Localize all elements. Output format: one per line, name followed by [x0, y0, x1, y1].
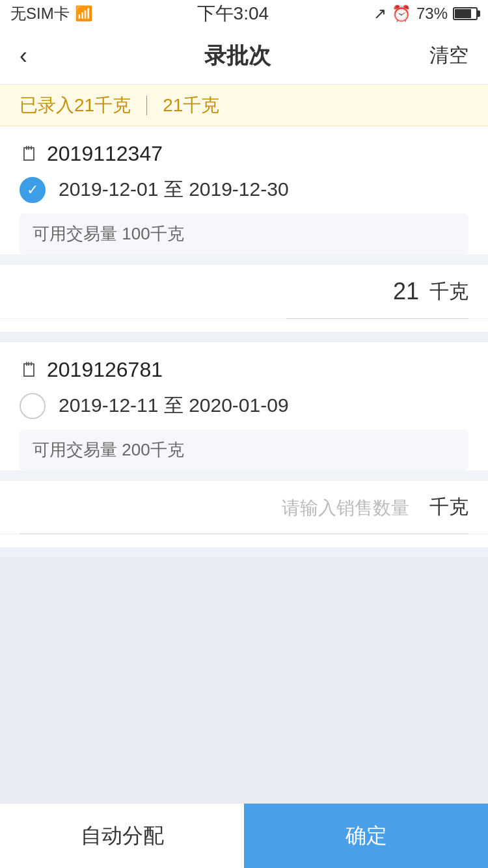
batch2-input-unit: 千克 [429, 494, 468, 521]
batch1-header: 🗒 2019112347 [20, 142, 468, 166]
batch1-quantity-value: 21 [393, 278, 419, 305]
batch1-quantity-unit: 千克 [429, 278, 468, 305]
batch2-row: 2019-12-11 至 2020-01-09 [20, 392, 468, 419]
batch2-input-row: 千克 [0, 481, 488, 534]
info-value: 21千克 [163, 93, 219, 118]
batch2-header: 🗒 2019126781 [20, 358, 468, 382]
batch1-spacer [0, 319, 488, 332]
batch-item-1: 🗒 2019112347 ✓ 2019-12-01 至 2019-12-30 可… [0, 126, 488, 254]
batch1-quantity-row: 21 千克 [0, 265, 488, 318]
batch2-avail-value: 200千克 [122, 440, 183, 459]
auto-assign-button[interactable]: 自动分配 [0, 804, 244, 868]
batch2-avail: 可用交易量 200千克 [20, 429, 468, 470]
batch1-date: 2019-12-01 至 2019-12-30 [59, 176, 289, 203]
status-left: 无SIM卡 📶 [10, 3, 92, 24]
status-right: ↗ ⏰ 73% [373, 5, 478, 23]
batch2-icon: 🗒 [20, 359, 39, 381]
section-gap-2 [0, 547, 488, 558]
clear-button[interactable]: 清空 [416, 42, 468, 69]
status-bar: 无SIM卡 📶 下午3:04 ↗ ⏰ 73% [0, 0, 488, 27]
info-banner: 已录入21千克 21千克 [0, 85, 488, 126]
batch1-icon: 🗒 [20, 143, 39, 165]
batch-item-2: 🗒 2019126781 2019-12-11 至 2020-01-09 可用交… [0, 342, 488, 470]
carrier-text: 无SIM卡 [10, 3, 70, 24]
empty-area [0, 558, 488, 837]
location-icon: ↗ [373, 5, 386, 23]
battery-percent: 73% [416, 5, 448, 23]
alarm-icon: ⏰ [392, 5, 411, 23]
checkmark-icon: ✓ [27, 182, 38, 198]
page-title: 录批次 [59, 41, 416, 71]
batch1-avail-label: 可用交易量 [33, 224, 117, 243]
batch1-row: ✓ 2019-12-01 至 2019-12-30 [20, 176, 468, 203]
batch2-avail-label: 可用交易量 [33, 440, 117, 459]
batch2-date: 2019-12-11 至 2020-01-09 [59, 392, 289, 419]
nav-bar: ‹ 录批次 清空 [0, 27, 488, 85]
confirm-button[interactable]: 确定 [244, 804, 488, 868]
batch1-avail-value: 100千克 [122, 224, 183, 243]
wifi-icon: 📶 [75, 5, 92, 22]
batch1-radio[interactable]: ✓ [20, 177, 46, 203]
battery-icon [453, 7, 478, 20]
batch1-id: 2019112347 [47, 142, 163, 166]
status-time: 下午3:04 [197, 1, 269, 26]
batch1-avail: 可用交易量 100千克 [20, 213, 468, 254]
bottom-bar: 自动分配 确定 [0, 803, 488, 868]
batch2-spacer [0, 534, 488, 547]
batch2-radio[interactable] [20, 393, 46, 419]
batch2-id: 2019126781 [47, 358, 163, 382]
section-gap [0, 332, 488, 342]
batch2-quantity-input[interactable] [224, 496, 419, 519]
back-button[interactable]: ‹ [20, 42, 59, 70]
info-label: 已录入21千克 [20, 93, 131, 118]
info-divider [146, 96, 147, 115]
